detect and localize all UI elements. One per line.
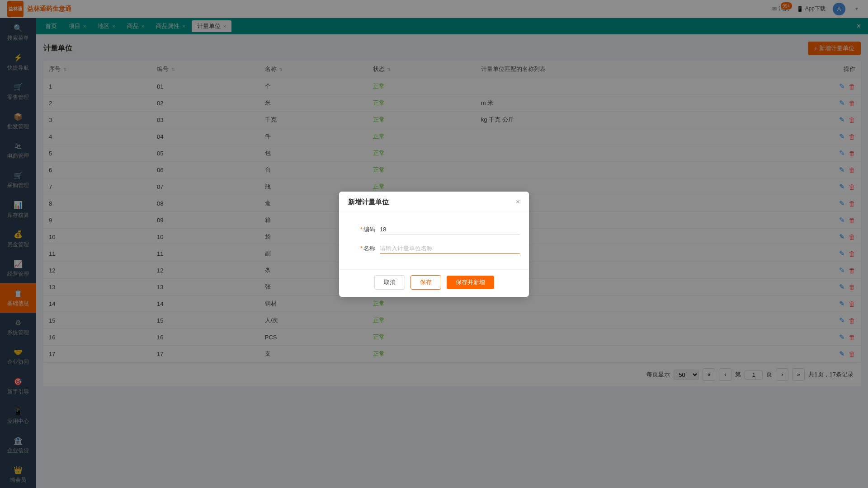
modal-overlay[interactable]: 新增计量单位 × *编码 *名称 取消 保存 保存并新增 <box>0 0 868 488</box>
code-form-row: *编码 <box>348 224 520 235</box>
save-new-button[interactable]: 保存并新增 <box>447 276 494 289</box>
modal-footer: 取消 保存 保存并新增 <box>339 269 529 297</box>
modal-title: 新增计量单位 <box>348 198 389 206</box>
name-input[interactable] <box>380 243 520 254</box>
code-required-mark: * <box>360 226 363 233</box>
save-button[interactable]: 保存 <box>410 275 441 290</box>
add-unit-modal: 新增计量单位 × *编码 *名称 取消 保存 保存并新增 <box>339 192 529 297</box>
name-form-row: *名称 <box>348 243 520 254</box>
modal-close-btn[interactable]: × <box>516 198 520 206</box>
modal-header: 新增计量单位 × <box>339 192 529 213</box>
modal-body: *编码 *名称 <box>339 213 529 269</box>
name-required-mark: * <box>360 245 363 252</box>
code-input[interactable] <box>380 224 520 235</box>
cancel-button[interactable]: 取消 <box>374 275 405 290</box>
code-label: *编码 <box>348 225 375 234</box>
name-label: *名称 <box>348 244 375 253</box>
